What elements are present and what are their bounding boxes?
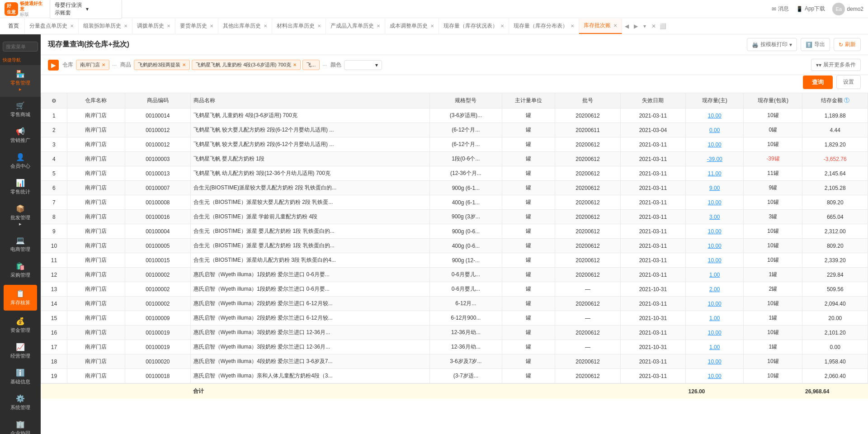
tab-chanchengpin[interactable]: 产成品入库单历史 ✕ (326, 19, 385, 34)
cell-index: 12 (41, 268, 67, 282)
tab-close[interactable]: ✕ (317, 24, 321, 28)
query-button[interactable]: 查询 (803, 75, 833, 89)
cell-warehouse: 南岸门店 (67, 268, 125, 282)
tab-home[interactable]: 首页 (3, 19, 25, 34)
sidebar-item-yingxiao[interactable]: 📢 营销推广 (0, 123, 41, 148)
cell-qty[interactable]: 11.00 (686, 166, 744, 181)
tab-xiancunliang1[interactable]: 现存量（库存状况表） ✕ (439, 19, 509, 34)
sidebar-item-jingying[interactable]: 📈 经营管理 (0, 338, 41, 364)
cell-qty[interactable]: 1.00 (686, 268, 744, 282)
tab-zuzhuangchaijian[interactable]: 组装拆卸单历史 ✕ (79, 19, 132, 34)
tab-yaohuo[interactable]: 要货单历史 ✕ (175, 19, 218, 34)
col-header-settings[interactable]: ⚙ (41, 93, 67, 108)
stats-icon: 📊 (16, 179, 25, 187)
tab-nav-next[interactable]: ▶ (631, 18, 640, 34)
more-conditions-button[interactable]: ▾▾ 展开更多条件 (811, 59, 861, 71)
page-title: 现存量查询(按仓库+批次) (48, 40, 129, 49)
tab-xiancunliang2[interactable]: 现存量（库存分布表） ✕ (509, 19, 579, 34)
tab-close[interactable]: ✕ (210, 24, 213, 28)
sidebar-item-qiye[interactable]: 🏢 企业协同 (0, 415, 41, 434)
cell-qty[interactable]: 9.00 (686, 181, 744, 195)
cell-qty[interactable]: 10.00 (686, 195, 744, 210)
tab-close[interactable]: ✕ (264, 24, 267, 28)
tab-nav-prev[interactable]: ◀ (622, 18, 631, 34)
sidebar-item-zijin[interactable]: 💰 资金管理 (0, 312, 41, 338)
refresh-button[interactable]: ↻ 刷新 (834, 38, 861, 51)
cell-batch: 20200612 (555, 369, 620, 384)
sidebar-item-xitong[interactable]: ⚙️ 系统管理 (0, 390, 41, 415)
info-icon[interactable]: ① (844, 97, 849, 104)
tab-nav-more[interactable]: ▾ (640, 18, 649, 34)
sidebar-item-lingshougly[interactable]: 🏪 零售管理 ▸ (0, 65, 41, 97)
product-tag-2: 飞鹤星飞帆 儿童奶粉 4段(3-6岁适用) 700克 ✕ (192, 60, 301, 70)
cell-qty[interactable]: 1.00 (686, 340, 744, 354)
user-profile[interactable]: Ea demo2 (832, 3, 863, 15)
cell-expire: 2021-03-11 (620, 152, 685, 166)
cell-qty[interactable]: 10.00 (686, 224, 744, 239)
cell-qty[interactable]: 10.00 (686, 354, 744, 369)
cell-qty[interactable]: 10.00 (686, 369, 744, 384)
messages-button[interactable]: ✉ 消息 (772, 5, 789, 13)
tag-remove-icon[interactable]: ✕ (102, 62, 105, 67)
app-download-button[interactable]: 📱 App下载 (796, 5, 825, 13)
cell-warehouse: 南岸门店 (67, 282, 125, 297)
sidebar-item-lingshoutj[interactable]: 📊 零售统计 (0, 174, 41, 200)
cell-qty[interactable]: 10.00 (686, 137, 744, 152)
cell-qty[interactable]: -39.00 (686, 152, 744, 166)
settings-button[interactable]: 设置 (836, 75, 861, 89)
tab-qtachuku[interactable]: 其他出库单历史 ✕ (218, 19, 272, 34)
cell-qty[interactable]: 10.00 (686, 297, 744, 311)
search-input[interactable] (3, 42, 38, 52)
product-more-dots[interactable]: ··· (322, 62, 327, 68)
tab-close[interactable]: ✕ (124, 24, 127, 28)
cell-code: 00100018 (125, 369, 190, 384)
tab-close[interactable]: ✕ (500, 24, 504, 28)
sidebar-item-pifa[interactable]: 📦 批发管理 ▸ (0, 200, 41, 231)
sidebar-item-caigou[interactable]: 🛍️ 采购管理 (0, 257, 41, 283)
cell-qty[interactable]: 3.00 (686, 210, 744, 224)
cell-warehouse: 南岸门店 (67, 297, 125, 311)
tab-kucunpici[interactable]: 库存批次账 ✕ (579, 19, 622, 34)
sidebar-item-kucun[interactable]: 📋 库存核算 (4, 285, 37, 311)
cell-qty[interactable]: 10.00 (686, 253, 744, 268)
export-button[interactable]: ⬆️ 导出 (801, 38, 830, 51)
tag-remove-icon[interactable]: ✕ (182, 62, 186, 67)
cell-code: 00100002 (125, 282, 190, 297)
tab-close[interactable]: ✕ (571, 24, 574, 28)
sidebar-item-lingshougc[interactable]: 🛒 零售商城 (0, 97, 41, 123)
cell-warehouse: 南岸门店 (67, 123, 125, 137)
cell-name: 飞鹤星飞帆 幼儿配方奶粉 3段(12-36个月幼儿适用) 700克 (190, 166, 429, 181)
cell-qty[interactable]: 10.00 (686, 326, 744, 340)
tab-chenben[interactable]: 成本调整单历史 ✕ (385, 19, 439, 34)
tab-cailiaochu[interactable]: 材料出库单历史 ✕ (272, 19, 326, 34)
cell-expire: 2021-03-11 (620, 181, 685, 195)
print-button[interactable]: 🖨️ 按模板打印 ▾ (747, 38, 797, 51)
sidebar-item-jichuxinxi[interactable]: ℹ️ 基础信息 (0, 364, 41, 390)
mall-icon: 🛒 (16, 101, 25, 110)
tab-close[interactable]: ✕ (167, 24, 170, 28)
tab-close[interactable]: ✕ (430, 24, 434, 28)
color-input[interactable]: ▾ (344, 60, 382, 70)
store-selector[interactable]: 母婴行业演示账套 ▾ (50, 0, 122, 19)
cell-batch: 20200612 (555, 354, 620, 369)
tag-remove-icon[interactable]: ✕ (293, 62, 297, 67)
cell-qty[interactable]: 0.00 (686, 123, 744, 137)
cell-qty[interactable]: 1.00 (686, 311, 744, 326)
tab-close[interactable]: ✕ (70, 24, 74, 28)
tab-fenliangpandian[interactable]: 分量盘点单历史 ✕ (25, 19, 79, 34)
tab-diaobodanhis[interactable]: 调拨单历史 ✕ (132, 19, 175, 34)
filter-toggle-button[interactable]: ▶ (48, 60, 59, 71)
cell-qty[interactable]: 10.00 (686, 108, 744, 123)
cell-expire: 2021-03-11 (620, 108, 685, 123)
cell-qty[interactable]: 2.00 (686, 282, 744, 297)
sidebar-item-dianshang[interactable]: 💻 电商管理 (0, 231, 41, 257)
tab-close-all[interactable]: ✕ (649, 18, 658, 34)
cell-name: 合生元（BIOSTIME）派星 婴儿配方奶粉 1段 乳铁蛋白的... (190, 224, 429, 239)
tab-maximize[interactable]: ⬜ (658, 18, 667, 34)
sidebar-item-huiyuan[interactable]: 👤 会员中心 (0, 148, 41, 174)
tab-close[interactable]: ✕ (377, 24, 380, 28)
warehouse-more-dots[interactable]: ··· (112, 62, 117, 68)
cell-qty[interactable]: 10.00 (686, 239, 744, 253)
tab-close[interactable]: ✕ (613, 23, 617, 28)
cell-warehouse: 南岸门店 (67, 253, 125, 268)
